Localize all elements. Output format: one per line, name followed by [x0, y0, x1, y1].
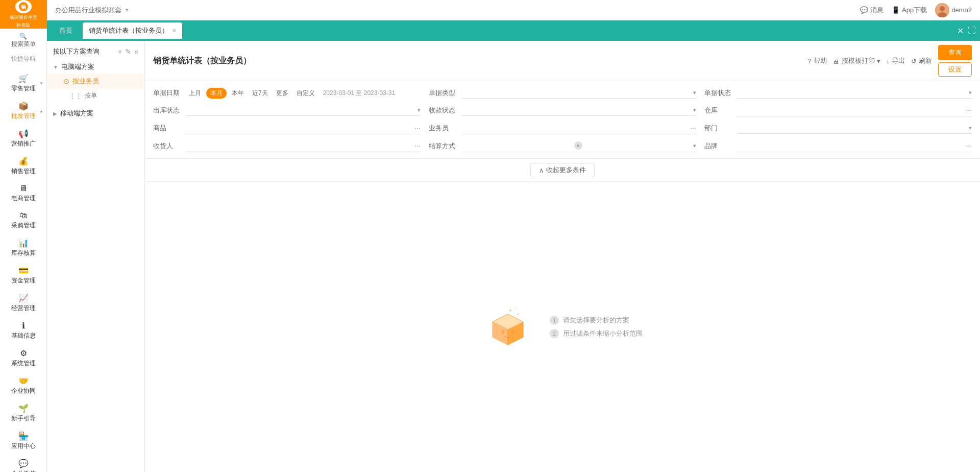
date-tab-custom[interactable]: 自定义: [293, 88, 318, 99]
query-button[interactable]: 查询: [938, 45, 972, 60]
payment-label: 结算方式: [429, 141, 457, 151]
brand-control[interactable]: ···: [737, 139, 972, 152]
home-label: 首页: [59, 26, 72, 35]
tab-close-icon[interactable]: ×: [173, 27, 176, 34]
scheme-by-order[interactable]: ⋮⋮ 按单: [47, 89, 144, 103]
tab-home[interactable]: 首页: [51, 20, 81, 41]
sidebar-item-label-wholesale: 批发管理: [11, 112, 36, 120]
date-tab-lastmonth[interactable]: 上月: [186, 88, 204, 99]
receiver-control[interactable]: ···: [186, 139, 421, 152]
content-area: 按以下方案查询 + ✎ « ▼ 电脑端方案 ⊙ 按业务员 ⋮⋮: [47, 41, 980, 472]
collapse-panel-icon[interactable]: «: [134, 48, 138, 56]
sidebar-item-label-inventory: 库存核算: [11, 249, 36, 256]
department-chevron-icon: ▾: [969, 125, 972, 131]
sidebar-item-wholesale[interactable]: 📦 批发管理: [0, 97, 46, 125]
ecommerce-icon: 🖥: [0, 184, 46, 193]
sidebar-item-appstore[interactable]: 🏪 应用中心: [0, 427, 46, 455]
sidebar-item-basic[interactable]: ℹ 基础信息: [0, 317, 46, 344]
main-area: 办公用品行业模拟账套 ▾ 💬 消息 📱 App下载 de: [47, 0, 980, 472]
sidebar-item-marketing[interactable]: 📢 营销推广: [0, 125, 46, 152]
refresh-button[interactable]: ↺ 刷新: [911, 56, 932, 65]
tip-text-2: 用过滤条件来缩小分析范围: [563, 329, 643, 338]
filter-date: 单据日期 上月 本月 本年 近7天 更多 自定义 2023-03-01 至 20…: [153, 88, 421, 99]
filter-outstatus: 出库状态 ▾: [153, 105, 421, 116]
receiptstatus-control[interactable]: ▾: [461, 105, 696, 116]
payment-clear-icon[interactable]: ×: [574, 141, 582, 150]
logo-icon: 畅: [15, 0, 32, 13]
sidebar-item-ecommerce[interactable]: 🖥 电商管理: [0, 180, 46, 207]
query-settings-group: 查询 设置: [938, 45, 972, 77]
collapse-button[interactable]: ∧ 收起更多条件: [530, 163, 595, 177]
outstatus-chevron-icon: ▾: [418, 107, 421, 113]
user-name: demo2: [951, 6, 972, 14]
sales-icon: 💰: [0, 156, 46, 166]
doctype-chevron-icon: ▾: [693, 89, 696, 96]
salesperson-control[interactable]: ···: [461, 122, 696, 134]
page-header: 销货单统计表（按业务员） ? 帮助 🖨 按模板打印 ▾ ↓ 导出: [145, 41, 980, 81]
phone-icon: 📱: [892, 6, 900, 14]
filter-goods: 商品 ···: [153, 122, 421, 134]
help-icon: ?: [807, 57, 811, 65]
sidebar-item-newuser[interactable]: 🌱 新手引导: [0, 399, 46, 427]
topbar-right: 💬 消息 📱 App下载 demo2: [860, 3, 972, 17]
add-scheme-icon[interactable]: +: [118, 48, 122, 56]
warehouse-control[interactable]: ···: [737, 104, 972, 116]
date-tab-more[interactable]: 更多: [273, 88, 291, 99]
pc-section-title[interactable]: ▼ 电脑端方案: [47, 60, 144, 74]
payment-control[interactable]: × ▾: [461, 139, 696, 152]
date-label: 单据日期: [153, 88, 182, 98]
filter-salesperson: 业务员 ···: [429, 122, 696, 134]
sidebar-item-inventory[interactable]: 📊 库存核算: [0, 234, 46, 262]
help-button[interactable]: ? 帮助: [807, 56, 826, 65]
outstatus-label: 出库状态: [153, 106, 182, 115]
warehouse-dots-icon: ···: [966, 106, 972, 114]
app-download-button[interactable]: 📱 App下载: [892, 6, 927, 15]
sidebar-item-finance[interactable]: 💳 资金管理: [0, 262, 46, 289]
outstatus-control[interactable]: ▾: [186, 105, 421, 116]
tab-sales-stats[interactable]: 销货单统计表（按业务员） ×: [83, 22, 182, 39]
search-menu[interactable]: 🔍 搜索菜单: [0, 29, 46, 53]
print-label: 按模板打印: [842, 56, 875, 65]
filter-row-4: 收货人 ··· 结算方式 × ▾: [153, 139, 972, 152]
department-control[interactable]: ▾: [737, 123, 972, 134]
settings-button[interactable]: 设置: [938, 62, 972, 77]
tip-num-1: 1: [550, 316, 559, 325]
sidebar-item-purchase[interactable]: 🛍 采购管理: [0, 207, 46, 234]
close-window-icon[interactable]: ✕: [957, 26, 964, 36]
goods-control[interactable]: ···: [186, 122, 421, 134]
export-button[interactable]: ↓ 导出: [887, 56, 905, 65]
sidebar-item-label-system: 系统管理: [11, 360, 36, 367]
svg-point-13: [511, 331, 514, 334]
page-title: 销货单统计表（按业务员）: [153, 56, 251, 66]
maximize-icon[interactable]: ⛶: [968, 26, 976, 35]
sidebar-item-enterprise[interactable]: 🤝 企业协同: [0, 372, 46, 399]
sidebar-item-sales[interactable]: 💰 销售管理: [0, 152, 46, 180]
date-tab-thisyear[interactable]: 本年: [229, 88, 247, 99]
system-icon: ⚙: [0, 348, 46, 358]
message-button[interactable]: 💬 消息: [860, 6, 884, 15]
print-button[interactable]: 🖨 按模板打印 ▾: [833, 56, 880, 65]
docstatus-control[interactable]: ▾: [737, 87, 972, 99]
sidebar-item-wechat[interactable]: 💬 企业微信: [0, 455, 46, 472]
scheme-by-salesperson[interactable]: ⊙ 按业务员: [47, 74, 144, 89]
print-icon: 🖨: [833, 57, 840, 65]
industry-dropdown[interactable]: ▾: [126, 7, 129, 13]
doctype-control[interactable]: ▾: [461, 87, 696, 99]
date-tab-7days[interactable]: 近7天: [249, 88, 271, 99]
refresh-label: 刷新: [919, 56, 932, 65]
receiptstatus-chevron-icon: ▾: [693, 107, 696, 113]
sidebar-item-retail[interactable]: 🛒 零售管理: [0, 69, 46, 97]
export-label: 导出: [892, 56, 905, 65]
svg-point-11: [515, 307, 516, 308]
panel-header-label: 按以下方案查询: [53, 47, 100, 56]
edit-scheme-icon[interactable]: ✎: [125, 48, 131, 56]
sidebar-item-system[interactable]: ⚙ 系统管理: [0, 344, 46, 372]
empty-state: 1 请先选择要分析的方案 2 用过滤条件来缩小分析范围: [145, 182, 980, 472]
newuser-icon: 🌱: [0, 404, 46, 413]
filter-docstatus: 单据状态 ▾: [704, 87, 972, 99]
filter-area: 单据日期 上月 本月 本年 近7天 更多 自定义 2023-03-01 至 20…: [145, 81, 980, 159]
sidebar-item-operation[interactable]: 📈 经营管理: [0, 289, 46, 317]
user-menu[interactable]: demo2: [935, 3, 972, 17]
mobile-section-title[interactable]: ▶ 移动端方案: [47, 107, 144, 120]
date-tab-thismonth[interactable]: 本月: [206, 88, 227, 99]
